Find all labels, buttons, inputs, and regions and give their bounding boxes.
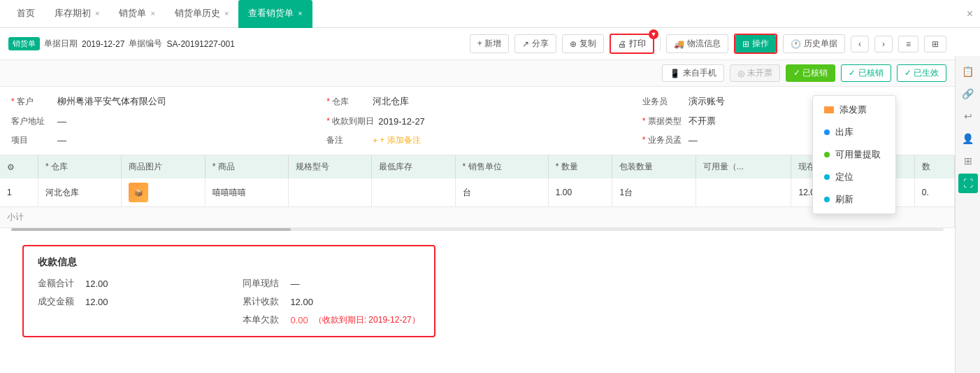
remark-row: 备注 + + 添加备注 xyxy=(326,134,628,146)
share-button[interactable]: ↗ 分享 xyxy=(514,34,556,53)
cumulative-row: 累计收款 12.00 xyxy=(243,295,419,308)
payment-date-value: 2019-12-27 xyxy=(378,116,425,127)
remark-label: 备注 xyxy=(326,134,368,146)
copy-button[interactable]: ⊕ 复制 xyxy=(562,34,604,53)
dropdown-refresh[interactable]: 刷新 xyxy=(813,188,895,211)
customer-value: 柳州粤港平安气体有限公司 xyxy=(57,95,166,108)
right-icon-1[interactable]: 📋 xyxy=(958,62,978,81)
project-value: — xyxy=(57,135,66,146)
active-button[interactable]: ✓ 已生效 xyxy=(897,64,946,82)
logistics-icon: 🚚 xyxy=(674,39,684,49)
available-qty-icon xyxy=(824,152,830,157)
toolbar: 销货单 单据日期 2019-12-27 单据编号 SA-20191227-001… xyxy=(0,28,955,60)
payment-date-label: 收款到期日 xyxy=(326,115,374,127)
row-unit: 台 xyxy=(455,178,548,207)
cumulative-label: 累计收款 xyxy=(243,295,284,308)
ticket-row: 票据类型 不开票 xyxy=(642,115,944,127)
main-content: 销货单 单据日期 2019-12-27 单据编号 SA-20191227-001… xyxy=(0,28,980,373)
owe-label: 本单欠款 xyxy=(243,314,284,326)
summary-grid: 金额合计 12.00 同单现结 — 成交金额 12.00 累计收款 12.00 xyxy=(38,277,420,326)
tab-close-view-sales[interactable]: × xyxy=(298,9,302,17)
tab-bar: 首页 库存期初 × 销货单 × 销货单历史 × 查看销货单 × × xyxy=(0,0,980,28)
history-button[interactable]: 🕐 历史单据 xyxy=(783,34,845,53)
owe-row: 本单欠款 0.00 （收款到期日: 2019-12-27） xyxy=(243,314,419,326)
right-icon-5[interactable]: ⊞ xyxy=(958,151,978,171)
not-open-button[interactable]: ◎ 未开票 xyxy=(730,64,780,82)
warehouse-label: 仓库 xyxy=(326,96,368,108)
tab-close-sales[interactable]: × xyxy=(150,9,154,17)
dropdown-locate[interactable]: 定位 xyxy=(813,166,895,188)
project-row: 项目 — xyxy=(11,134,312,146)
product-image: 📦 xyxy=(129,183,148,202)
col-available: 可用量（... xyxy=(696,155,791,178)
sold-button[interactable]: ✓ 已核销 xyxy=(841,64,891,82)
grid-view-button[interactable]: ⊞ xyxy=(924,36,946,52)
copy-icon: ⊕ xyxy=(570,39,577,49)
logistics-button[interactable]: 🚚 物流信息 xyxy=(666,34,728,53)
action-bar: 📱 来自手机 ◎ 未开票 ✓ 已核销 ✓ 已核销 ✓ 已生效 xyxy=(0,60,955,87)
row-qty: 1.00 xyxy=(548,178,612,207)
new-button[interactable]: + 新增 xyxy=(470,34,509,53)
print-badge: ▼ xyxy=(649,29,658,39)
operation-button[interactable]: ⊞ 操作 xyxy=(735,35,776,52)
right-icon-3[interactable]: ↩ xyxy=(958,106,978,126)
row-amount: 0. xyxy=(914,178,954,207)
project-label: 项目 xyxy=(11,134,53,146)
next-button[interactable]: › xyxy=(874,36,893,52)
from-phone-button[interactable]: 📱 来自手机 xyxy=(662,64,724,82)
doc-title: 销货单 单据日期 2019-12-27 单据编号 SA-20191227-001 xyxy=(8,37,235,50)
tab-home[interactable]: 首页 xyxy=(7,0,45,28)
deal-label: 成交金额 xyxy=(38,295,80,308)
tab-close-history[interactable]: × xyxy=(224,9,229,17)
doc-no-label: 单据编号 xyxy=(129,38,162,50)
summary-title: 收款信息 xyxy=(38,256,420,269)
customer-label: 客户 xyxy=(11,96,53,108)
staff2-label: 业务员孟 xyxy=(642,134,684,146)
confirm-button[interactable]: ✓ 已核销 xyxy=(786,64,835,82)
total-label: 金额合计 xyxy=(38,277,80,290)
col-gear[interactable]: ⚙ xyxy=(0,155,38,178)
owe-note: （收款到期日: 2019-12-27） xyxy=(314,314,420,326)
toolbar-divider xyxy=(660,37,661,51)
close-all-tabs[interactable]: × xyxy=(967,8,973,20)
toolbar-left: 销货单 单据日期 2019-12-27 单据编号 SA-20191227-001 xyxy=(8,37,235,50)
right-panel: 📋 🔗 ↩ 👤 ⊞ ⛶ xyxy=(955,56,980,373)
same-order-value: — xyxy=(290,279,299,289)
row-img: 📦 xyxy=(122,178,205,207)
right-icon-6[interactable]: ⛶ xyxy=(958,174,978,193)
doc-icon: 销货单 xyxy=(8,37,40,50)
print-icon: 🖨 xyxy=(618,39,626,49)
same-order-label: 同单现结 xyxy=(243,277,284,290)
prev-button[interactable]: ‹ xyxy=(851,36,869,52)
cumulative-value: 12.00 xyxy=(290,297,313,307)
row-min-stock xyxy=(372,178,455,207)
dropdown-add-invoice[interactable]: 添发票 xyxy=(813,99,895,121)
customer-row: 客户 柳州粤港平安气体有限公司 xyxy=(11,95,312,108)
refresh-icon xyxy=(824,197,830,202)
add-remark-button[interactable]: + + 添加备注 xyxy=(373,134,420,146)
col-amount: 数 xyxy=(914,155,954,178)
list-view-button[interactable]: ≡ xyxy=(898,36,918,52)
doc-no-value: SA-20191227-001 xyxy=(166,39,234,49)
row-spec xyxy=(288,178,371,207)
ticket-icon: ◎ xyxy=(737,69,744,78)
col-pack: 包装数量 xyxy=(612,155,696,178)
tab-sales[interactable]: 销货单 × xyxy=(109,0,164,28)
right-icon-2[interactable]: 🔗 xyxy=(958,84,978,104)
address-row: 客户地址 — xyxy=(11,115,312,127)
dropdown-available-qty[interactable]: 可用量提取 xyxy=(813,143,895,166)
tab-inventory[interactable]: 库存期初 × xyxy=(45,0,109,28)
warehouse-value: 河北仓库 xyxy=(373,95,409,108)
out-warehouse-icon xyxy=(824,129,830,135)
locate-icon xyxy=(824,174,830,180)
tab-close-inventory[interactable]: × xyxy=(95,9,99,17)
dropdown-out-warehouse[interactable]: 出库 xyxy=(813,121,895,143)
right-icon-4[interactable]: 👤 xyxy=(958,129,978,148)
print-button[interactable]: 🖨 打印 ▼ xyxy=(610,34,654,54)
row-pack: 1台 xyxy=(612,178,696,207)
row-no: 1 xyxy=(0,178,38,207)
tab-sales-history[interactable]: 销货单历史 × xyxy=(165,0,238,28)
tab-view-sales[interactable]: 查看销货单 × xyxy=(238,0,312,28)
subtotal-row: 小计 xyxy=(0,207,955,228)
col-product: * 商品 xyxy=(205,155,288,178)
